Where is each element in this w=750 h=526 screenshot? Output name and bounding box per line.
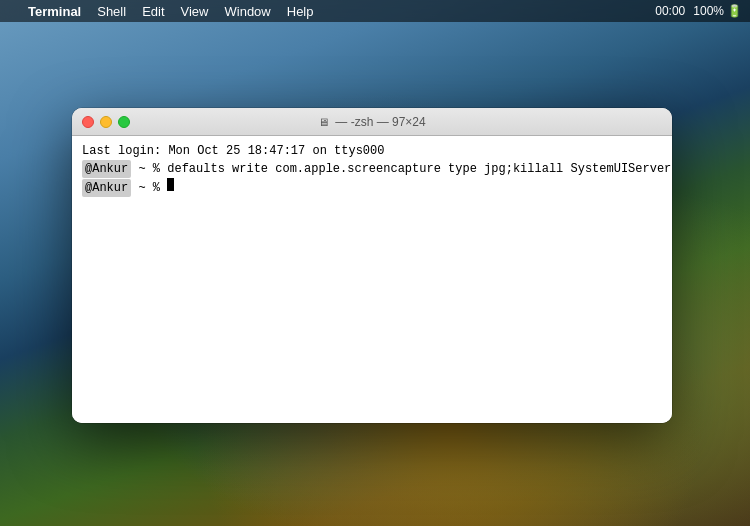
command-line: @Ankur ~ % @Ankur ~ % defaults write com… bbox=[82, 160, 662, 178]
title-bar-center: 🖥 — -zsh — 97×24 bbox=[318, 115, 425, 129]
minimize-button[interactable] bbox=[100, 116, 112, 128]
view-menu[interactable]: View bbox=[181, 4, 209, 19]
battery-percent: 100% bbox=[693, 4, 724, 18]
prompt-username: @Ankur bbox=[82, 179, 131, 197]
edit-menu[interactable]: Edit bbox=[142, 4, 164, 19]
menubar: Terminal Shell Edit View Window Help 00:… bbox=[0, 0, 750, 22]
battery-icon: 🔋 bbox=[727, 4, 742, 18]
terminal-window: 🖥 — -zsh — 97×24 Last login: Mon Oct 25 … bbox=[72, 108, 672, 423]
terminal-content[interactable]: Last login: Mon Oct 25 18:47:17 on ttys0… bbox=[72, 136, 672, 423]
terminal-cursor bbox=[167, 178, 174, 191]
traffic-lights bbox=[82, 116, 130, 128]
last-login-line: Last login: Mon Oct 25 18:47:17 on ttys0… bbox=[82, 142, 662, 160]
last-login-text: Last login: Mon Oct 25 18:47:17 on ttys0… bbox=[82, 142, 384, 160]
current-prompt-line[interactable]: @Ankur ~ % bbox=[82, 178, 662, 197]
command-display: defaults write com.apple.screencapture t… bbox=[167, 160, 671, 178]
terminal-title-icon: 🖥 bbox=[318, 116, 329, 128]
title-bar: 🖥 — -zsh — 97×24 bbox=[72, 108, 672, 136]
command-username: @Ankur bbox=[82, 160, 131, 178]
menubar-left: Terminal Shell Edit View Window Help bbox=[8, 4, 314, 19]
window-menu[interactable]: Window bbox=[225, 4, 271, 19]
prompt-text: ~ % bbox=[131, 179, 167, 197]
shell-menu[interactable]: Shell bbox=[97, 4, 126, 19]
app-name-menu[interactable]: Terminal bbox=[28, 4, 81, 19]
terminal-scrollbar[interactable] bbox=[664, 136, 672, 423]
close-button[interactable] bbox=[82, 116, 94, 128]
menubar-right: 00:00 100% 🔋 bbox=[655, 4, 742, 18]
battery-display: 100% 🔋 bbox=[693, 4, 742, 18]
maximize-button[interactable] bbox=[118, 116, 130, 128]
terminal-title: — -zsh — 97×24 bbox=[335, 115, 425, 129]
command-prompt: ~ % bbox=[131, 160, 167, 178]
help-menu[interactable]: Help bbox=[287, 4, 314, 19]
clock-display: 00:00 bbox=[655, 4, 685, 18]
